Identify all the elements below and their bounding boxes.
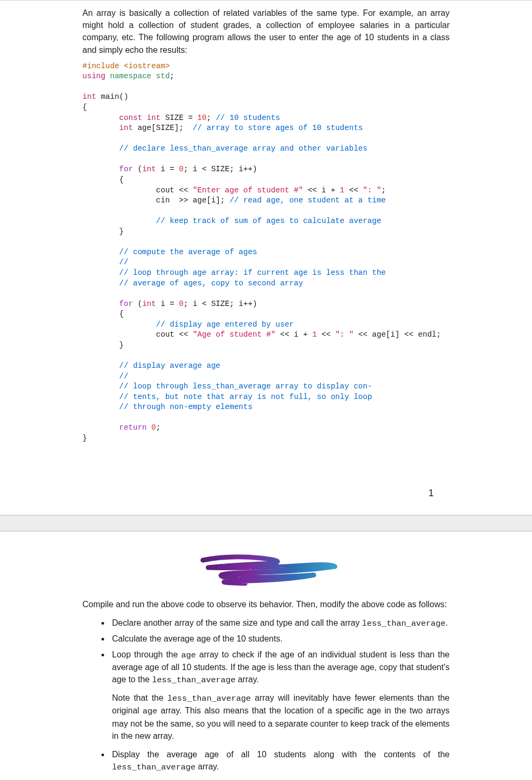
svg-point-2: [282, 567, 283, 568]
svg-point-1: [250, 568, 251, 569]
list-code: less_than_average: [152, 675, 236, 685]
code-token: cin >> age[i];: [82, 196, 229, 205]
code-token: // average of ages, copy to second array: [82, 279, 303, 287]
code-token: #include: [82, 62, 124, 70]
list-item: Loop through the age array to check if t…: [110, 648, 450, 742]
code-token: }: [82, 227, 124, 236]
code-token: ; i < SIZE; i++): [183, 300, 257, 308]
code-token: int: [142, 165, 156, 173]
page-number: 1: [82, 486, 450, 500]
code-token: 1: [312, 330, 317, 339]
code-token: (: [133, 165, 142, 173]
code-token: << age[i] << endl;: [353, 330, 441, 339]
code-token: // loop through less_than_average array …: [82, 382, 372, 391]
code-token: <<: [317, 330, 335, 339]
code-token: 1: [340, 186, 344, 194]
code-token: << i +: [303, 186, 340, 194]
code-token: 0: [152, 423, 156, 432]
code-token: // display age entered by user: [82, 320, 294, 329]
code-token: }: [82, 434, 87, 442]
svg-point-0: [223, 564, 225, 565]
code-token: for: [82, 165, 133, 173]
list-text: array. This also means that the location…: [112, 706, 450, 740]
list-text: Declare another array of the same size a…: [112, 618, 362, 627]
code-token: using: [82, 72, 106, 80]
code-token: i =: [156, 165, 179, 173]
code-token: "Enter age of student #": [193, 186, 303, 194]
code-token: // array to store ages of 10 students: [193, 124, 363, 132]
code-token: // loop through age array: if current ag…: [82, 268, 386, 277]
code-token: int: [142, 300, 156, 308]
code-token: }: [82, 341, 124, 349]
code-token: ;: [170, 72, 174, 80]
list-note: Note that the less_than_average array wi…: [112, 692, 450, 742]
code-token: {: [82, 310, 124, 318]
code-token: namespace: [106, 72, 156, 80]
code-token: ;: [156, 423, 161, 432]
list-text: array.: [195, 762, 219, 771]
code-token: int: [82, 124, 133, 132]
page-1: An array is basically a collection of re…: [0, 0, 532, 515]
svg-point-3: [239, 576, 240, 577]
code-block: #include <iostream> using namespace std;…: [82, 61, 450, 444]
code-token: // compute the average of ages: [82, 248, 257, 256]
svg-point-4: [297, 571, 298, 572]
code-token: // read age, one student at a time: [229, 196, 386, 205]
code-token: SIZE =: [161, 114, 198, 122]
code-token: << i +: [275, 330, 312, 339]
code-token: // declare less_than_average array and o…: [82, 144, 368, 153]
code-token: int: [82, 92, 96, 101]
code-token: // display average age: [82, 361, 220, 370]
code-token: 10: [198, 114, 207, 122]
list-code: age: [143, 707, 157, 716]
code-token: ;: [207, 114, 216, 122]
list-item: Calculate the average age of the 10 stud…: [110, 633, 450, 645]
code-token: main(): [96, 92, 128, 101]
code-token: "Age of student #": [193, 330, 276, 339]
code-token: {: [82, 103, 87, 112]
list-text: Display the average age of all 10 studen…: [112, 750, 450, 759]
code-token: ;: [381, 186, 386, 194]
page-2: Compile and run the above code to observ…: [0, 531, 532, 780]
list-item: Display the average age of all 10 studen…: [110, 748, 450, 774]
code-token: ; i < SIZE; i++): [183, 165, 257, 173]
redaction-scribble-icon: [192, 553, 340, 587]
code-token: (: [133, 300, 142, 308]
code-token: // 10 students: [216, 114, 280, 122]
code-token: return: [82, 423, 152, 432]
list-item: Declare another array of the same size a…: [110, 617, 450, 629]
code-token: <iostream>: [124, 62, 170, 70]
instructions-paragraph: Compile and run the above code to observ…: [82, 598, 450, 610]
code-token: // tents, but note that array is not ful…: [82, 393, 372, 401]
list-code: less_than_average: [362, 619, 445, 628]
code-token: ": ": [335, 330, 354, 339]
code-token: <<: [344, 186, 363, 194]
code-token: // keep track of sum of ages to calculat…: [82, 217, 381, 225]
code-token: cout <<: [82, 330, 193, 339]
code-token: //: [82, 258, 128, 266]
list-code: less_than_average: [167, 694, 251, 703]
code-token: const int: [82, 114, 161, 122]
code-token: //: [82, 372, 128, 380]
code-token: ": ": [363, 186, 381, 194]
list-text: Note that the: [112, 693, 167, 702]
code-token: // through non-empty elements: [82, 403, 253, 411]
intro-paragraph: An array is basically a collection of re…: [82, 7, 450, 56]
list-text: Loop through the: [112, 650, 181, 659]
list-text: .: [445, 618, 447, 627]
code-token: cout <<: [82, 186, 193, 194]
list-code: age: [181, 651, 196, 660]
page-gap: [0, 515, 532, 531]
code-token: {: [82, 175, 124, 184]
list-code: less_than_average: [112, 763, 195, 772]
code-token: age[SIZE];: [133, 124, 193, 132]
code-token: i =: [156, 300, 179, 308]
list-text: array.: [236, 675, 259, 684]
requirements-list: Declare another array of the same size a…: [82, 617, 450, 774]
code-token: for: [82, 300, 133, 308]
code-token: std: [156, 72, 170, 80]
